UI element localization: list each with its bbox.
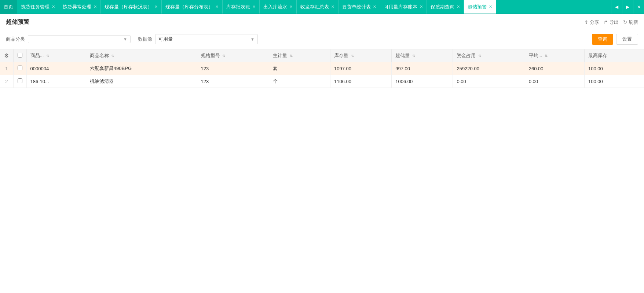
col-label-product-name: 商品名称 [90,53,109,58]
export-button[interactable]: ↱ 导出 [604,19,619,26]
overstock-table: 商品... ⇅ 商品名称 ⇅ 规格型号 ⇅ 主计量 ⇅ [0,49,644,88]
close-icon-available-account[interactable]: ✕ [420,4,423,9]
header-actions: ⇧ 分享 ↱ 导出 ↻ 刷新 [584,19,638,26]
col-label-overstock: 超储量 [395,53,410,58]
row-checkbox[interactable] [18,66,22,70]
nav-label-available-account: 可用量库存账本 [384,4,417,10]
category-label: 商品分类 [6,36,25,42]
nav-label-home: 首页 [4,4,13,10]
datasource-label: 数据源 [138,36,152,42]
nav-label-order-stat: 要货单统计表 [342,4,371,10]
nav-label-expiry: 保质期查询 [431,4,454,10]
cell-product-name: 六配套新昌490BPG [86,62,197,75]
chevron-down-icon: ▼ [123,37,127,41]
col-header-stock[interactable]: 库存量 ⇅ [330,49,392,62]
nav-label-inventory-status: 现存量（库存状况表） [105,4,152,10]
col-header-settings[interactable] [0,49,13,62]
page-content: 超储预警 ⇧ 分享 ↱ 导出 ↻ 刷新 商品分类 ▼ 数据源 [0,14,644,293]
nav-item-home[interactable]: 首页 [0,0,17,14]
sort-icon-product-name: ⇅ [111,54,114,58]
row-checkbox-cell[interactable] [13,62,26,75]
refresh-button[interactable]: ↻ 刷新 [623,19,638,26]
nav-label-inventory-dist: 现存量（库存分布表） [165,4,213,10]
col-label-max-stock: 最高库存 [588,53,607,58]
col-label-spec: 规格型号 [201,53,220,58]
nav-item-inventory-dist[interactable]: 现存量（库存分布表） ✕ [162,0,223,14]
top-navigation: 首页 拣货任务管理 ✕ 拣货异常处理 ✕ 现存量（库存状况表） ✕ 现存量（库存… [0,0,644,14]
sort-icon-stock: ⇅ [351,54,354,58]
sort-icon-spec: ⇅ [222,54,225,58]
col-header-checkbox[interactable] [13,49,26,62]
close-icon-collect[interactable]: ✕ [331,4,334,9]
nav-item-expiry[interactable]: 保质期查询 ✕ [427,0,464,14]
col-header-overstock[interactable]: 超储量 ⇅ [392,49,453,62]
nav-item-task-mgmt[interactable]: 拣货任务管理 ✕ [17,0,59,14]
cell-product-name: 机油滤清器 [86,75,197,88]
close-icon-order-stat[interactable]: ✕ [373,4,376,9]
nav-item-overstock-alert[interactable]: 超储预警 ✕ [464,0,496,14]
export-icon: ↱ [604,19,608,25]
datasource-value: 可用量 [158,36,173,42]
nav-label-collect: 收发存汇总表 [300,4,329,10]
cell-unit: 个 [269,75,330,88]
nav-item-flow[interactable]: 出入库流水 ✕ [260,0,297,14]
close-icon-expiry[interactable]: ✕ [457,4,460,9]
col-label-avg: 平均... [529,53,542,58]
close-icon-overstock-alert[interactable]: ✕ [489,4,492,9]
cell-spec: 123 [197,75,269,88]
nav-item-abnormal[interactable]: 拣货异常处理 ✕ [59,0,101,14]
share-button[interactable]: ⇧ 分享 [584,19,599,26]
settings-gear-icon[interactable] [4,53,9,59]
close-icon-inventory-dist[interactable]: ✕ [215,4,219,9]
col-header-max-stock[interactable]: 最高库存 [585,49,644,62]
settings-button[interactable]: 设置 [616,34,638,45]
col-header-product-name[interactable]: 商品名称 ⇅ [86,49,197,62]
col-header-spec[interactable]: 规格型号 ⇅ [197,49,269,62]
cell-stock: 1097.00 [330,62,392,75]
nav-item-inventory-status[interactable]: 现存量（库存状况表） ✕ [101,0,162,14]
filter-bar: 商品分类 ▼ 数据源 可用量 ▼ 查询 设置 [0,29,644,49]
cell-product-code: 186-10... [26,75,86,88]
cell-overstock: 997.00 [392,62,453,75]
cell-unit: 套 [269,62,330,75]
select-all-checkbox[interactable] [18,53,22,58]
refresh-label: 刷新 [629,19,638,26]
nav-label-abnormal: 拣货异常处理 [63,4,91,10]
nav-arrow-close[interactable]: ✕ [633,0,644,14]
row-checkbox[interactable] [18,78,22,83]
col-header-unit[interactable]: 主计量 ⇅ [269,49,330,62]
cell-overstock: 1006.00 [392,75,453,88]
col-header-avg[interactable]: 平均... ⇅ [525,49,584,62]
nav-item-inventory-batch[interactable]: 库存批次账 ✕ [223,0,260,14]
datasource-select[interactable]: 可用量 ▼ [155,34,258,44]
col-label-stock: 库存量 [334,53,348,58]
chevron-down-icon-ds: ▼ [250,37,255,41]
cell-avg: 0.00 [525,75,584,88]
page-header: 超储预警 ⇧ 分享 ↱ 导出 ↻ 刷新 [0,14,644,29]
close-icon-task-mgmt[interactable]: ✕ [52,4,55,9]
table-row: 2 186-10... 机油滤清器 123 个 1106.00 1006.00 … [0,75,644,88]
cell-capital: 0.00 [453,75,525,88]
nav-item-order-stat[interactable]: 要货单统计表 ✕ [339,0,380,14]
table-header-row: 商品... ⇅ 商品名称 ⇅ 规格型号 ⇅ 主计量 ⇅ [0,49,644,62]
nav-arrow-right[interactable]: ▶ [622,0,633,14]
query-button[interactable]: 查询 [592,34,613,45]
table-body: 1 0000004 六配套新昌490BPG 123 套 1097.00 997.… [0,62,644,88]
nav-label-task-mgmt: 拣货任务管理 [21,4,50,10]
close-icon-abnormal[interactable]: ✕ [94,4,97,9]
col-label-unit: 主计量 [273,53,287,58]
nav-item-available-account[interactable]: 可用量库存账本 ✕ [380,0,427,14]
col-header-product-code[interactable]: 商品... ⇅ [26,49,86,62]
close-icon-flow[interactable]: ✕ [289,4,293,9]
category-select[interactable]: ▼ [28,35,131,43]
nav-arrow-left[interactable]: ◀ [611,0,622,14]
cell-avg: 260.00 [525,62,584,75]
nav-item-collect[interactable]: 收发存汇总表 ✕ [297,0,339,14]
close-icon-inventory-batch[interactable]: ✕ [252,4,256,9]
close-icon-inventory-status[interactable]: ✕ [154,4,158,9]
sort-icon-product-code: ⇅ [46,54,49,58]
col-header-capital[interactable]: 资金占用 ⇅ [453,49,525,62]
row-checkbox-cell[interactable] [13,75,26,88]
datasource-filter: 数据源 可用量 ▼ [138,34,258,44]
cell-product-code: 0000004 [26,62,86,75]
